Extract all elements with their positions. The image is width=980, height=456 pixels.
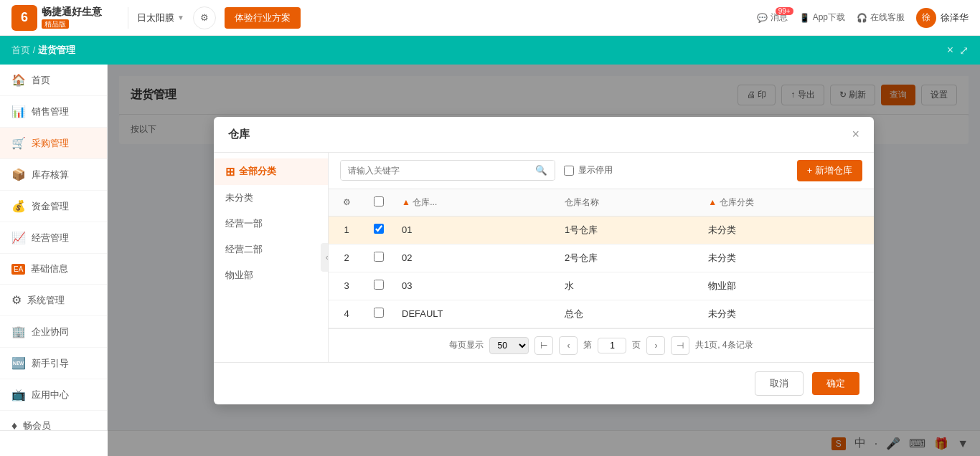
table-row[interactable]: 303水物业部 (329, 272, 874, 300)
category-item-none[interactable]: 未分类 (214, 185, 328, 211)
row-name-cell: 总仓 (556, 300, 699, 328)
warehouse-modal: 仓库 × ⊞ 全部分类 未分类 经营一 (214, 117, 874, 404)
show-disabled-checkbox[interactable] (564, 166, 574, 176)
show-disabled-label[interactable]: 显示停用 (564, 164, 613, 176)
user-info[interactable]: 徐 徐泽华 (916, 8, 969, 28)
page-first-button[interactable]: ⊢ (534, 336, 553, 355)
modal-title: 仓库 (228, 128, 250, 141)
phone-icon: 📱 (799, 13, 810, 23)
sidebar-item-operations[interactable]: 📈 经营管理 (0, 222, 107, 254)
table-header-row: ⚙ ▲ 仓库... (329, 189, 874, 217)
row-code-cell: 02 (393, 244, 556, 272)
row-checkbox[interactable] (374, 252, 384, 262)
sidebar-label-purchase: 采购管理 (32, 137, 69, 150)
warehouse-table: ⚙ ▲ 仓库... (329, 189, 874, 328)
brand-name: 畅捷通好生意 (42, 6, 102, 18)
category-item-property[interactable]: 物业部 (214, 262, 328, 288)
category-item-ops1[interactable]: 经营一部 (214, 211, 328, 237)
search-input[interactable] (341, 161, 528, 180)
table-row[interactable]: 2022号仓库未分类 (329, 244, 874, 272)
confirm-button[interactable]: 确定 (812, 372, 859, 395)
sidebar-label-finance: 资金管理 (32, 200, 69, 213)
category-label-ops1: 经营一部 (225, 217, 263, 230)
finance-icon: 💰 (11, 199, 26, 213)
online-service-item[interactable]: 🎧 在线客服 (857, 11, 905, 24)
trial-button[interactable]: 体验行业方案 (225, 7, 301, 29)
row-checkbox[interactable] (374, 280, 384, 290)
col-category-sort-icon[interactable]: ▲ (708, 197, 717, 207)
row-category-cell: 未分类 (699, 216, 874, 244)
sub-expand-icon[interactable]: ⤢ (959, 44, 969, 57)
row-checkbox[interactable] (374, 224, 384, 234)
show-disabled-text: 显示停用 (578, 164, 613, 176)
category-label-all: 全部分类 (239, 165, 276, 178)
category-item-all[interactable]: ⊞ 全部分类 (214, 158, 328, 185)
per-page-select[interactable]: 50 10 20 100 (489, 337, 529, 354)
sidebar-item-enterprise[interactable]: 🏢 企业协同 (0, 316, 107, 348)
category-sidebar: ⊞ 全部分类 未分类 经营一部 经营二部 物业部 (214, 153, 329, 362)
warehouse-table-wrap: ⚙ ▲ 仓库... (329, 189, 874, 328)
page-last-button[interactable]: ⊣ (671, 336, 689, 355)
app-download-label: App下载 (813, 11, 845, 24)
breadcrumb-home[interactable]: 首页 (11, 44, 30, 55)
main-layout: 🏠 首页 📊 销售管理 🛒 采购管理 📦 库存核算 💰 资金管理 📈 经营管理 … (0, 65, 980, 456)
messages-item[interactable]: 💬 消息 99+ (757, 11, 788, 24)
sidebar-item-apps[interactable]: 📺 应用中心 (0, 379, 107, 411)
online-service-label: 在线客服 (870, 11, 905, 24)
sidebar-item-purchase[interactable]: 🛒 采购管理 (0, 128, 107, 159)
search-button[interactable]: 🔍 (528, 161, 555, 180)
modal-close-icon[interactable]: × (852, 127, 859, 142)
row-checkbox-cell (364, 272, 393, 300)
per-page-label: 每页显示 (449, 339, 484, 351)
row-checkbox[interactable] (374, 308, 384, 318)
store-selector[interactable]: 日太阳膜 ▼ (137, 11, 184, 24)
page-label: 第 (583, 339, 592, 351)
sidebar-item-basic[interactable]: EA 基础信息 (0, 254, 107, 285)
col-code-sort-icon[interactable]: ▲ (402, 197, 410, 207)
sidebar-item-home[interactable]: 🏠 首页 (0, 65, 107, 96)
store-arrow-icon: ▼ (177, 14, 184, 22)
select-all-checkbox[interactable] (374, 196, 384, 206)
sidebar-item-inventory[interactable]: 📦 库存核算 (0, 159, 107, 191)
page-next-button[interactable]: › (646, 336, 665, 355)
category-item-ops2[interactable]: 经营二部 (214, 237, 328, 262)
sidebar-item-system[interactable]: ⚙ 系统管理 (0, 285, 107, 316)
sub-header: 首页 / 进货管理 × ⤢ (0, 36, 980, 65)
store-name: 日太阳膜 (137, 11, 174, 24)
sub-header-actions: × ⤢ (947, 44, 969, 57)
row-name-cell: 2号仓库 (556, 244, 699, 272)
sidebar-item-guide[interactable]: 🆕 新手引导 (0, 348, 107, 379)
sidebar-label-sales: 销售管理 (32, 105, 69, 118)
content-area: 进货管理 🖨 印 ↑ 导出 ↻ 刷新 查询 设置 按以下 仓库 × (108, 65, 980, 456)
table-row[interactable]: 1011号仓库未分类 (329, 216, 874, 244)
logo-area: 6 畅捷通好生意 精品版 (11, 5, 119, 31)
modal-overlay: 仓库 × ⊞ 全部分类 未分类 经营一 (108, 65, 980, 456)
add-warehouse-button[interactable]: + 新增仓库 (797, 160, 862, 181)
inventory-icon: 📦 (11, 168, 26, 181)
cancel-button[interactable]: 取消 (755, 371, 804, 396)
user-name: 徐泽华 (941, 11, 969, 24)
category-collapse-icon[interactable]: « (321, 243, 329, 272)
page-input[interactable] (598, 338, 626, 353)
enterprise-icon: 🏢 (11, 325, 26, 338)
sidebar-item-finance[interactable]: 💰 资金管理 (0, 191, 107, 222)
settings-icon[interactable]: ⚙ (193, 6, 216, 29)
row-num-cell: 4 (329, 300, 364, 328)
row-category-cell: 未分类 (699, 300, 874, 328)
row-name-cell: 1号仓库 (556, 216, 699, 244)
edition-badge: 精品版 (42, 19, 69, 29)
sidebar-label-operations: 经营管理 (32, 232, 69, 244)
search-box: 🔍 (340, 160, 555, 181)
sidebar-item-sales[interactable]: 📊 销售管理 (0, 96, 107, 128)
table-row[interactable]: 4DEFAULT总仓未分类 (329, 300, 874, 328)
sidebar-label-system: 系统管理 (27, 294, 65, 307)
modal-header: 仓库 × (214, 117, 874, 153)
page-unit: 页 (632, 339, 641, 351)
sidebar-label-basic: 基础信息 (31, 262, 68, 275)
row-category-cell: 未分类 (699, 244, 874, 272)
sidebar-label-inventory: 库存核算 (32, 168, 69, 181)
page-prev-button[interactable]: ‹ (559, 336, 578, 355)
row-checkbox-cell (364, 300, 393, 328)
app-download-item[interactable]: 📱 App下载 (799, 11, 845, 24)
sub-close-icon[interactable]: × (947, 44, 953, 57)
